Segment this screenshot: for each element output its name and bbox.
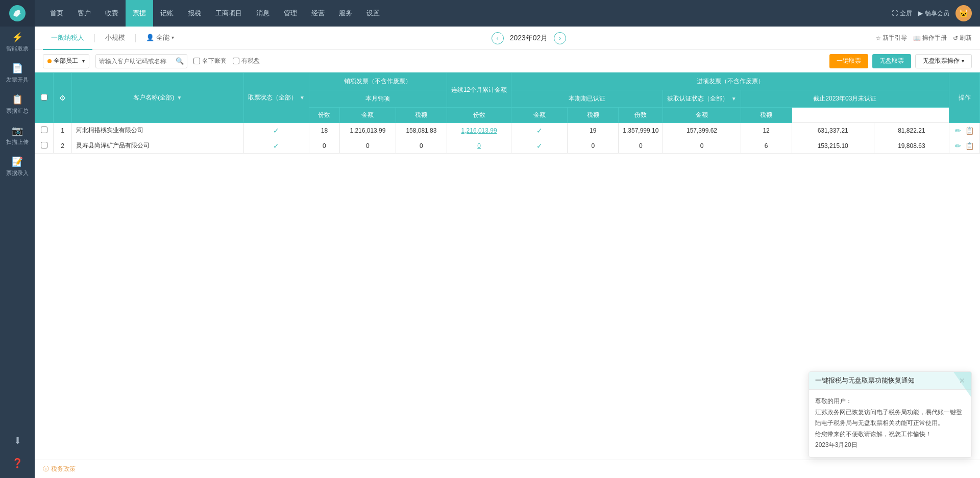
refresh-icon: ↺ [953,35,958,42]
nav-tax[interactable]: 报税 [181,0,208,27]
nav-manage[interactable]: 管理 [277,0,304,27]
tab-divider-2 [135,34,136,42]
check-has-disk-input[interactable] [233,58,239,64]
th-customer: 客户名称(全部) ▼ [72,73,244,123]
search-input[interactable] [99,58,176,65]
check-has-disk[interactable]: 有税盘 [233,57,260,65]
tab-divider-1 [94,34,95,42]
member-icon: ▶ [918,10,923,17]
row-uncert-amount: 153,215.10 [792,138,874,154]
search-icon[interactable]: 🔍 [176,57,184,65]
scan-upload-icon: 📷 [12,125,23,136]
row-cumulative: 1,216,013.99 [447,123,511,138]
row-cert-status: ✓ [511,138,568,154]
row-checkbox[interactable] [41,127,47,133]
th-month-tax: 税额 [396,108,447,123]
sidebar-bottom: ⬇ ❓ [0,431,35,478]
th-month-count: 份数 [309,108,339,123]
employee-dot [47,59,52,63]
check-name-accounts-input[interactable] [193,58,200,64]
th-settings: ⚙ [54,73,72,123]
nav-business[interactable]: 工商项目 [208,0,249,27]
tax-policy-link[interactable]: 税务政策 [51,465,76,473]
row-cert-count: 0 [568,138,619,154]
th-month-amount: 金额 [339,108,396,123]
one-click-btn[interactable]: 一键取票 [829,54,868,68]
deduct-filter-icon[interactable]: ▼ [300,95,305,100]
detail-icon[interactable]: 📋 [965,142,974,150]
cert-filter-icon[interactable]: ▼ [731,96,737,102]
sidebar-item-invoice-open[interactable]: 📄 发票开具 [0,58,35,89]
no-disk-btn[interactable]: 无盘取票 [872,54,911,68]
row-month-count: 0 [309,138,339,154]
settings-icon[interactable]: ⚙ [59,94,66,102]
date-next-btn[interactable]: › [554,32,566,44]
tab-all[interactable]: 👤 全能 ▾ [138,27,182,50]
nav-invoice[interactable]: 票据 [126,0,153,27]
th-uncert-count: 份数 [619,108,663,123]
row-uncert-count: 6 [741,138,792,154]
no-disk-ops-btn[interactable]: 无盘取票操作 ▾ [915,54,972,68]
invoice-summary-icon: 📋 [12,94,23,105]
nav-billing[interactable]: 收费 [98,0,126,27]
row-uncert-tax: 19,808.63 [874,138,949,154]
date-prev-btn[interactable]: ‹ [492,32,504,44]
nav-service[interactable]: 服务 [332,0,359,27]
th-cert-tax: 税额 [568,108,619,123]
table-row: 1 河北柯搭桟实业有限公司 ✓ 18 1,216,013.99 158,081.… [35,123,980,138]
all-tab-icon: 👤 [146,34,154,41]
all-tab-arrow: ▾ [172,35,174,40]
sidebar-item-data-entry[interactable]: 📝 票据录入 [0,151,35,182]
fullscreen-btn[interactable]: ⛶ 全屏 [892,9,912,18]
search-input-wrap: 🔍 [95,54,187,68]
refresh-btn[interactable]: ↺ 刷新 [953,34,972,42]
topnav: 首页 客户 收费 票据 记账 报税 工商项目 消息 管理 经营 服务 设置 ⛶ … [35,0,980,27]
nav-operate[interactable]: 经营 [304,0,332,27]
new-guide-btn[interactable]: ☆ 新手引导 [875,34,907,42]
edit-icon[interactable]: ✏ [955,127,961,135]
topnav-right: ⛶ 全屏 ▶ 畅享会员 🐱 [892,5,972,21]
row-checkbox-cell[interactable] [35,123,54,138]
employee-select[interactable]: 全部员工 ▾ [43,54,89,68]
nav-home[interactable]: 首页 [43,0,70,27]
member-btn[interactable]: ▶ 畅享会员 [918,9,949,18]
sidebar-item-invoice-summary[interactable]: 📋 票据汇总 [0,89,35,120]
row-idx: 2 [54,138,72,154]
row-month-tax: 0 [396,138,447,154]
row-cert-amount: 1,357,999.10 [619,123,663,138]
sidebar-logo[interactable] [0,0,35,27]
avatar[interactable]: 🐱 [955,5,972,21]
customer-filter-icon[interactable]: ▼ [177,95,182,100]
check-name-accounts[interactable]: 名下账套 [193,57,227,65]
nav-customer[interactable]: 客户 [70,0,98,27]
notification-body: 尊敬的用户：江苏政务网已恢复访问电子税务局功能，易代账一键登陆电子税务局与无盘取… [809,390,971,457]
sidebar-download[interactable]: ⬇ [0,431,35,450]
filter-bar: 全部员工 ▾ 🔍 名下账套 有税盘 一键取票 无盘取票 无盘取票操作 ▾ [35,50,980,72]
row-checkbox[interactable] [41,142,47,148]
edit-icon[interactable]: ✏ [955,142,961,150]
nav-accounting[interactable]: 记账 [153,0,181,27]
row-cumulative: 0 [447,138,511,154]
row-cert-amount: 0 [619,138,663,154]
sidebar-help[interactable]: ❓ [0,454,35,473]
data-entry-icon: 📝 [12,156,23,167]
sidebar-item-scan-upload[interactable]: 📷 扫描上传 [0,120,35,151]
row-customer: 河北柯搭桟实业有限公司 [72,123,244,138]
nav-message[interactable]: 消息 [249,0,277,27]
nav-settings[interactable]: 设置 [359,0,387,27]
select-all-checkbox[interactable] [41,94,47,100]
row-month-amount: 0 [339,138,396,154]
notification-popup: 一键报税与无盘取票功能恢复通知 ✕ 尊敬的用户：江苏政务网已恢复访问电子税务局功… [808,371,972,458]
manual-btn[interactable]: 📖 操作手册 [913,34,947,42]
tab-general[interactable]: 一般纳税人 [43,27,92,50]
sidebar-item-smart-deduct[interactable]: ⚡ 智能取票 [0,27,35,58]
row-customer: 灵寿县尚泽矿产品有限公司 [72,138,244,154]
bottom-bar: ⓘ 税务政策 [35,460,980,478]
th-checkbox [35,73,54,123]
row-uncert-amount: 631,337.21 [792,123,874,138]
detail-icon[interactable]: 📋 [965,127,974,135]
tab-small[interactable]: 小规模 [97,27,133,50]
th-group1: 销项发票（不含作废票） [309,73,447,90]
row-checkbox-cell[interactable] [35,138,54,154]
row-actions: ✏ 📋 [949,138,980,154]
